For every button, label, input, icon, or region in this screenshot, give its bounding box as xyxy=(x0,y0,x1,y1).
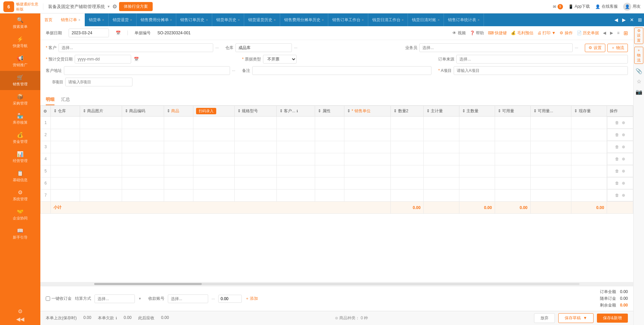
row-7-spec[interactable] xyxy=(234,189,276,202)
row-3-product[interactable] xyxy=(164,141,193,153)
current-info-icon[interactable]: ℹ xyxy=(116,316,117,320)
tab-sales-expense[interactable]: 销售费用分摊单 × xyxy=(137,13,177,26)
customer-address-input[interactable] xyxy=(64,66,230,75)
row-6-attrs[interactable] xyxy=(315,177,344,189)
online-support-link[interactable]: 👤 在线客服 xyxy=(595,4,618,9)
sidebar-item-quicknav[interactable]: ⚡ 快捷导航 xyxy=(0,33,40,52)
row-7-custcode[interactable] xyxy=(276,189,315,202)
row-7-mainqty[interactable] xyxy=(459,189,495,202)
shortcuts-link[interactable]: ⌨ 快捷键 xyxy=(488,30,507,36)
row-4-salesunit[interactable] xyxy=(344,153,391,165)
calendar-icon[interactable]: 📅 xyxy=(116,31,121,35)
row-6-salesunit[interactable] xyxy=(344,177,391,189)
solution-button[interactable]: 体验行业方案 xyxy=(119,2,153,11)
row-6-warehouse[interactable] xyxy=(51,177,80,189)
scan-button[interactable]: 扫码录入 xyxy=(196,108,216,114)
order-source-input[interactable] xyxy=(456,55,628,64)
tab-close-sales-return[interactable]: × xyxy=(130,18,132,22)
right-logistics-btn[interactable]: ＋物流 xyxy=(634,47,643,64)
help-link[interactable]: ❓ 帮助 xyxy=(470,30,484,36)
row-2-code[interactable] xyxy=(122,129,164,141)
sidebar-settings-icon[interactable]: ⚙ xyxy=(18,308,23,315)
row-5-delete-icon[interactable]: 🗑 xyxy=(615,169,619,173)
logistics-btn[interactable]: ＋ 物流 xyxy=(607,44,628,52)
row-6-delete-icon[interactable]: 🗑 xyxy=(615,181,619,186)
tab-home[interactable]: 首页 xyxy=(40,13,57,26)
tab-sales-order[interactable]: 销售订单 × xyxy=(57,13,85,26)
row-5-copy-icon[interactable]: ⊕ xyxy=(622,169,625,173)
invoice-type-select[interactable]: 不开票 xyxy=(263,55,297,64)
row-5-qty2[interactable] xyxy=(391,165,423,177)
user-area[interactable]: 👤 用友 xyxy=(623,3,641,11)
tab-close-sales-order[interactable]: × xyxy=(78,18,80,22)
row-7-product[interactable] xyxy=(164,189,193,202)
row-7-qty2[interactable] xyxy=(391,189,423,202)
scroll-thumb[interactable] xyxy=(94,283,202,285)
tab-close-sales-goods[interactable]: × xyxy=(102,18,104,22)
right-settings-btn[interactable]: ⚙设置 xyxy=(634,28,643,44)
tab-close-reconcile[interactable]: × xyxy=(438,18,440,22)
row-6-copy-icon[interactable]: ⊕ xyxy=(622,181,625,186)
row-1-custcode[interactable] xyxy=(276,117,315,129)
row-2-product[interactable] xyxy=(164,129,193,141)
tab-sales-order-history[interactable]: 销售订单历史 × xyxy=(176,13,212,26)
address-more-btn[interactable]: ··· xyxy=(232,68,235,73)
row-5-custcode[interactable] xyxy=(276,165,315,177)
sidebar-item-purchase[interactable]: 📦 采购管理 xyxy=(0,90,40,109)
row-7-salesunit[interactable] xyxy=(344,189,391,202)
row-1-mainqty[interactable] xyxy=(459,117,495,129)
row-4-delete-icon[interactable]: 🗑 xyxy=(615,157,619,161)
sub-tab-detail[interactable]: 明细 xyxy=(46,95,54,105)
row-7-copy-icon[interactable]: ⊕ xyxy=(622,193,625,198)
row-4-product[interactable] xyxy=(164,153,193,165)
sidebar-item-sales[interactable]: 🛒 销售管理 xyxy=(0,71,40,90)
settings-icon[interactable]: ⚙ xyxy=(112,3,117,10)
row-7-attrs[interactable] xyxy=(315,189,344,202)
save-draft-button[interactable]: 保存草稿 ▼ xyxy=(558,313,594,323)
payment-checkbox[interactable] xyxy=(46,296,50,301)
delivery-date-input[interactable] xyxy=(75,55,131,64)
sidebar-item-system[interactable]: ⚙ 系统管理 xyxy=(0,186,40,205)
tab-order-workbench[interactable]: 销售订单工作台 × xyxy=(328,13,368,26)
sidebar-item-basicinfo[interactable]: 📋 基础信息 xyxy=(0,167,40,186)
tab-daily-reconcile[interactable]: 钱货日清对账 × xyxy=(408,13,444,26)
sidebar-item-marketing[interactable]: 📢 营销推广 xyxy=(0,52,40,71)
message-area[interactable]: ✉ 9 xyxy=(553,4,563,9)
tab-close-return-history[interactable]: × xyxy=(274,18,276,22)
row-3-mainqty[interactable] xyxy=(459,141,495,153)
row-3-spec[interactable] xyxy=(234,141,276,153)
view-video-link[interactable]: 👁 视频 xyxy=(452,30,465,36)
settlement-dropdown-icon[interactable]: ▼ xyxy=(138,297,142,300)
row-2-spec[interactable] xyxy=(234,129,276,141)
tab-close-sales-expense[interactable]: × xyxy=(170,18,172,22)
tab-daily-workbench[interactable]: 钱货日清工作台 × xyxy=(368,13,408,26)
discard-button[interactable]: 放弃 xyxy=(534,313,555,323)
sidebar-collapse-icon[interactable]: ◀◀ xyxy=(16,316,24,322)
save-draft-dropdown-icon[interactable]: ▼ xyxy=(583,316,587,320)
row-1-copy-icon[interactable]: ⊕ xyxy=(622,120,625,125)
row-3-warehouse[interactable] xyxy=(51,141,80,153)
warehouse-input[interactable] xyxy=(235,43,292,52)
tab-close-goods-history[interactable]: × xyxy=(238,18,240,22)
tab-prev-btn[interactable]: ◀ xyxy=(612,17,620,23)
horizontal-scrollbar[interactable] xyxy=(40,282,633,286)
row-2-attrs[interactable] xyxy=(315,129,344,141)
operations-link[interactable]: ⚙ 操作 xyxy=(560,30,572,36)
row-4-custcode[interactable] xyxy=(276,153,315,165)
row-2-warehouse[interactable] xyxy=(51,129,80,141)
scroll-track[interactable] xyxy=(94,283,579,285)
row-5-salesunit[interactable] xyxy=(344,165,391,177)
row-7-code[interactable] xyxy=(122,189,164,202)
remarks-input[interactable] xyxy=(252,66,432,75)
warehouse-more-btn[interactable]: ··· xyxy=(294,45,297,50)
tab-goods-history[interactable]: 销货单历史 × xyxy=(212,13,244,26)
row-5-attrs[interactable] xyxy=(315,165,344,177)
b-project-input[interactable] xyxy=(65,78,132,86)
customer-more-btn[interactable]: ··· xyxy=(215,45,219,50)
a-project-input[interactable] xyxy=(454,66,628,75)
tab-close-workbench[interactable]: × xyxy=(362,18,364,22)
one-click-payment-checkbox[interactable]: 一键收订金 xyxy=(46,296,72,301)
row-1-product[interactable] xyxy=(164,117,193,129)
row-4-copy-icon[interactable]: ⊕ xyxy=(622,157,625,161)
tab-expand-btn[interactable]: ⊞ xyxy=(636,17,644,23)
